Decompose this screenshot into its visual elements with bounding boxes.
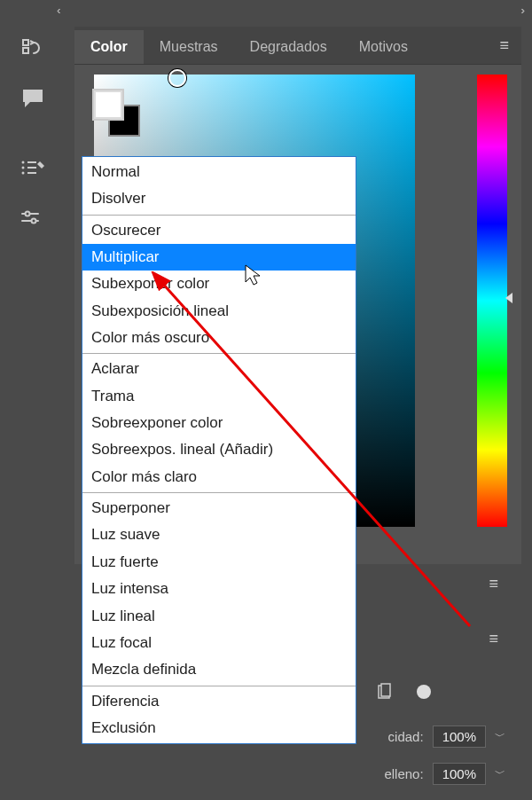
- blend-mode-option[interactable]: Mezcla definida: [82, 656, 356, 683]
- layer-circle-icon[interactable]: [415, 683, 433, 705]
- blend-mode-option[interactable]: Luz intensa: [82, 576, 356, 602]
- svg-rect-0: [23, 40, 28, 45]
- svg-point-2: [22, 161, 25, 164]
- svg-point-16: [417, 685, 431, 699]
- blend-mode-option[interactable]: Luz suave: [82, 522, 356, 548]
- fill-value[interactable]: 100%: [433, 763, 486, 785]
- svg-rect-6: [27, 167, 36, 169]
- svg-point-11: [32, 219, 36, 224]
- blend-mode-option[interactable]: Sobreexpos. lineal (Añadir): [82, 436, 356, 463]
- opacity-value[interactable]: 100%: [433, 725, 486, 748]
- blend-mode-option[interactable]: Subexponer color: [82, 271, 356, 297]
- blend-mode-option[interactable]: Normal: [82, 159, 356, 185]
- comment-tool-icon[interactable]: [16, 82, 50, 115]
- opacity-dropdown-icon[interactable]: ﹀: [495, 729, 505, 744]
- blend-mode-option[interactable]: Disolver: [82, 185, 356, 212]
- opacity-label: cidad:: [388, 729, 424, 744]
- layer-mask-icon[interactable]: [376, 683, 394, 705]
- brush-settings-icon[interactable]: [16, 200, 50, 234]
- tab-swatches[interactable]: Muestras: [144, 30, 234, 64]
- panel-menu-icon[interactable]: ≡: [487, 27, 521, 64]
- arrange-tool-icon[interactable]: [16, 32, 50, 66]
- blend-mode-option[interactable]: Superponer: [82, 495, 356, 522]
- fg-bg-swatches[interactable]: [92, 89, 140, 137]
- blend-mode-dropdown[interactable]: NormalDisolverOscurecerMultiplicarSubexp…: [82, 156, 356, 744]
- blend-mode-option[interactable]: Trama: [82, 383, 356, 410]
- blend-mode-option[interactable]: Aclarar: [82, 356, 356, 382]
- blend-mode-option[interactable]: Luz fuerte: [82, 549, 356, 576]
- color-sample-ring: [168, 69, 186, 87]
- fill-dropdown-icon[interactable]: ﹀: [495, 766, 505, 781]
- blend-mode-option[interactable]: Subexposición lineal: [82, 298, 356, 325]
- brush-presets-icon[interactable]: [16, 151, 50, 184]
- tab-gradients[interactable]: Degradados: [234, 30, 343, 64]
- svg-point-4: [22, 172, 25, 175]
- panel-menu-2-icon[interactable]: ≡: [489, 575, 498, 593]
- blend-mode-option[interactable]: Sobreexponer color: [82, 410, 356, 436]
- svg-rect-1: [23, 48, 28, 53]
- svg-point-3: [22, 167, 25, 169]
- hue-slider[interactable]: [477, 75, 507, 527]
- svg-rect-7: [27, 172, 36, 174]
- svg-point-10: [26, 212, 30, 216]
- blend-mode-option[interactable]: Multiplicar: [82, 244, 356, 271]
- blend-mode-option[interactable]: Luz focal: [82, 630, 356, 656]
- blend-mode-option[interactable]: Luz lineal: [82, 603, 356, 630]
- tab-color[interactable]: Color: [74, 30, 144, 64]
- tab-patterns[interactable]: Motivos: [343, 30, 424, 64]
- fill-label: elleno:: [384, 766, 423, 781]
- blend-mode-option[interactable]: Diferencia: [82, 688, 356, 715]
- blend-mode-option[interactable]: Oscurecer: [82, 217, 356, 244]
- hue-slider-caret[interactable]: [505, 293, 512, 303]
- svg-rect-5: [27, 161, 36, 163]
- blend-mode-option[interactable]: Color más oscuro: [82, 325, 356, 351]
- svg-rect-15: [381, 684, 390, 696]
- blend-mode-option[interactable]: Exclusión: [82, 715, 356, 741]
- foreground-color-swatch[interactable]: [92, 89, 124, 121]
- panel-menu-3-icon[interactable]: ≡: [489, 630, 498, 648]
- blend-mode-option[interactable]: Color más claro: [82, 464, 356, 490]
- collapse-left-icon[interactable]: ‹‹: [57, 4, 58, 17]
- collapse-right-icon[interactable]: ››: [520, 4, 521, 17]
